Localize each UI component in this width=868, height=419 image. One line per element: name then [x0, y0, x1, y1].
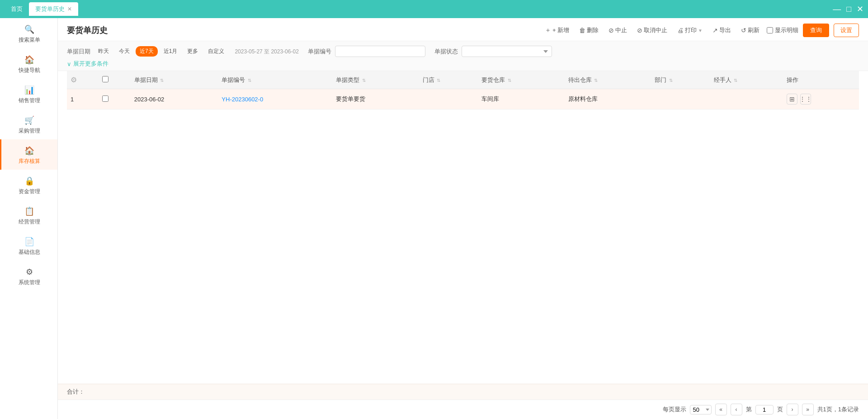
th-req-warehouse[interactable]: 要货仓库 ⇅: [478, 71, 565, 89]
th-settings[interactable]: ⚙: [67, 71, 99, 89]
stop-button[interactable]: ⊘ 中止: [606, 24, 630, 36]
sort-arrows-dept: ⇅: [669, 78, 673, 83]
per-page-select[interactable]: 50 10 20 100: [690, 405, 712, 414]
page-number-input[interactable]: [755, 405, 774, 414]
select-all-checkbox[interactable]: [102, 76, 108, 82]
maximize-icon[interactable]: □: [846, 5, 851, 14]
cell-doc-date: 2023-06-02: [131, 89, 218, 110]
inventory-icon: 🏠: [24, 146, 34, 156]
cell-req-warehouse: 车间库: [478, 89, 565, 110]
date-btn-more[interactable]: 更多: [183, 46, 202, 57]
th-handler[interactable]: 经手人 ⇅: [710, 71, 783, 89]
quick-nav-icon: 🏠: [24, 55, 34, 65]
cell-checkbox[interactable]: [99, 89, 130, 110]
stop-button-label: 中止: [615, 26, 627, 34]
th-doc-type[interactable]: 单据类型 ⇅: [332, 71, 419, 89]
minimize-icon[interactable]: —: [833, 5, 841, 14]
cancel-stop-button[interactable]: ⊘ 取消中止: [634, 24, 670, 36]
th-store-label: 门店: [423, 76, 434, 83]
table-settings-icon[interactable]: ⚙: [71, 76, 77, 84]
query-button[interactable]: 查询: [803, 24, 829, 37]
sidebar-item-system-label: 系统管理: [19, 279, 40, 286]
content-area: 要货单历史 ＋ + 新增 🗑 删除 ⊘ 中止 ⊘ 取消中止: [58, 18, 868, 419]
cell-handler: [710, 89, 783, 110]
search-menu-icon: 🔍: [24, 24, 34, 34]
total-label: 合计：: [67, 388, 85, 396]
settings-button[interactable]: 设置: [834, 24, 859, 37]
print-dropdown-icon: ▼: [698, 28, 703, 33]
export-button-label: 导出: [719, 26, 731, 34]
sidebar-item-purchase[interactable]: 🛒 采购管理: [0, 109, 57, 139]
date-filter-label: 单据日期: [67, 48, 90, 56]
refresh-button[interactable]: ↺ 刷新: [738, 24, 762, 36]
sort-arrows-req-warehouse: ⇅: [508, 78, 511, 83]
sidebar-item-quick-nav[interactable]: 🏠 快捷导航: [0, 48, 57, 79]
th-doc-date[interactable]: 单据日期 ⇅: [131, 71, 218, 89]
sidebar-item-inventory[interactable]: 🏠 库存核算: [0, 139, 57, 170]
refresh-button-label: 刷新: [748, 26, 760, 34]
sidebar-item-sales-label: 销售管理: [19, 97, 40, 105]
sidebar-item-finance[interactable]: 🔒 资金管理: [0, 170, 57, 200]
show-detail-checkbox[interactable]: [767, 27, 773, 33]
th-dept[interactable]: 部门 ⇅: [651, 71, 710, 89]
cancel-stop-icon: ⊘: [637, 27, 642, 34]
cell-store: [419, 89, 478, 110]
expand-more-label: 展开更多条件: [73, 60, 108, 68]
sales-icon: 📊: [24, 85, 34, 95]
main-layout: 🔍 搜索菜单 🏠 快捷导航 📊 销售管理 🛒 采购管理 🏠 库存核算 🔒 资金管…: [0, 18, 868, 419]
sidebar-item-search-menu[interactable]: 🔍 搜索菜单: [0, 18, 57, 48]
th-store[interactable]: 门店 ⇅: [419, 71, 478, 89]
row-checkbox[interactable]: [102, 95, 108, 102]
close-tab-icon[interactable]: ✕: [67, 6, 72, 12]
prev-page-button[interactable]: ‹: [731, 404, 742, 415]
sidebar-item-operations[interactable]: 📋 经营管理: [0, 200, 57, 230]
first-page-button[interactable]: «: [715, 404, 727, 415]
operations-icon: 📋: [24, 206, 34, 216]
tab-home[interactable]: 首页: [5, 2, 29, 16]
date-range-text: 2023-05-27 至 2023-06-02: [235, 48, 298, 56]
status-filter-group: 单据状态: [434, 46, 552, 57]
sidebar-item-system[interactable]: ⚙ 系统管理: [0, 261, 57, 291]
doc-no-link[interactable]: YH-20230602-0: [222, 96, 263, 103]
sort-arrows-doc-type: ⇅: [362, 78, 366, 83]
th-pending-warehouse[interactable]: 待出仓库 ⇅: [565, 71, 651, 89]
close-window-icon[interactable]: ✕: [857, 4, 863, 14]
th-checkbox[interactable]: [99, 71, 130, 89]
table-header: ⚙ 单据日期 ⇅ 单据编号 ⇅: [67, 71, 859, 89]
print-button[interactable]: 🖨 打印 ▼: [675, 24, 705, 36]
last-page-button[interactable]: »: [802, 404, 814, 415]
total-info: 共1页，1条记录: [817, 405, 859, 414]
table-body: 1 2023-06-02 YH-20230602-0 要货单要货 车间库 原材料…: [67, 89, 859, 110]
delete-icon: 🗑: [579, 27, 585, 34]
op-edit-icon[interactable]: ⊞: [787, 94, 797, 105]
date-btn-7days[interactable]: 近7天: [136, 46, 158, 57]
stop-icon: ⊘: [609, 27, 614, 34]
data-table: ⚙ 单据日期 ⇅ 单据编号 ⇅: [67, 71, 859, 110]
date-btn-today[interactable]: 今天: [115, 46, 134, 57]
purchase-icon: 🛒: [24, 115, 34, 125]
export-button[interactable]: ↗ 导出: [710, 24, 734, 36]
export-icon: ↗: [712, 27, 718, 34]
doc-no-label: 单据编号: [308, 48, 331, 56]
date-btn-1month[interactable]: 近1月: [160, 46, 182, 57]
cell-doc-no[interactable]: YH-20230602-0: [218, 89, 332, 110]
page-label: 第: [746, 405, 752, 414]
doc-no-input[interactable]: [335, 46, 425, 57]
sidebar-item-sales[interactable]: 📊 销售管理: [0, 79, 57, 109]
sort-arrows-pending-warehouse: ⇅: [594, 78, 598, 83]
next-page-button[interactable]: ›: [787, 404, 798, 415]
date-btn-yesterday[interactable]: 昨天: [94, 46, 113, 57]
table-row[interactable]: 1 2023-06-02 YH-20230602-0 要货单要货 车间库 原材料…: [67, 89, 859, 110]
op-more-icon[interactable]: ⋮⋮: [800, 94, 811, 105]
status-select[interactable]: [462, 46, 552, 57]
new-button[interactable]: ＋ + 新增: [542, 24, 572, 36]
th-doc-no[interactable]: 单据编号 ⇅: [218, 71, 332, 89]
date-btn-custom[interactable]: 自定义: [204, 46, 228, 57]
sort-arrows-store: ⇅: [437, 78, 440, 83]
tab-purchase-history[interactable]: 要货单历史 ✕: [29, 2, 78, 16]
cell-pending-warehouse: 原材料仓库: [565, 89, 651, 110]
sidebar-item-basic-info[interactable]: 📄 基础信息: [0, 230, 57, 261]
delete-button[interactable]: 🗑 删除: [576, 24, 601, 36]
expand-more-button[interactable]: ∨ 展开更多条件: [67, 60, 859, 68]
show-detail-checkbox-group[interactable]: 显示明细: [767, 26, 798, 34]
